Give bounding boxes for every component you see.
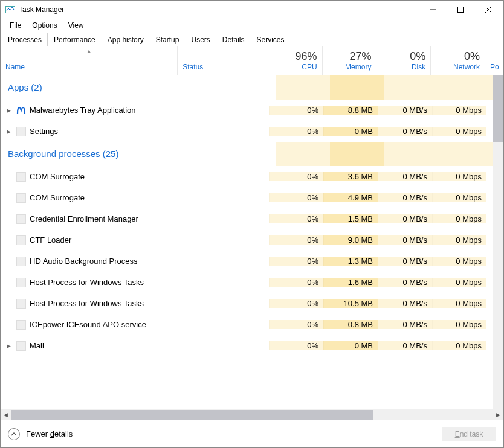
process-name: COM Surrogate <box>30 193 85 202</box>
chevron-up-icon[interactable] <box>8 428 20 440</box>
process-name-cell: COM Surrogate <box>1 193 178 203</box>
memory-cell: 3.6 MB <box>323 172 378 181</box>
process-icon <box>16 278 26 287</box>
cpu-cell: 0% <box>269 193 323 202</box>
horizontal-scrollbar[interactable]: ◀ ▶ <box>1 409 503 420</box>
column-cpu[interactable]: 96% CPU <box>268 46 323 75</box>
disk-cell: 0 MB/s <box>378 341 432 350</box>
table-row[interactable]: ICEpower ICEsound APO service0%0.8 MB0 M… <box>1 314 493 335</box>
tab-performance[interactable]: Performance <box>48 33 102 46</box>
maximize-button[interactable] <box>447 1 474 19</box>
cpu-cell: 0% <box>269 278 323 287</box>
process-name: Host Process for Windows Tasks <box>30 278 144 287</box>
network-cell: 0 Mbps <box>432 127 486 136</box>
hscroll-thumb[interactable] <box>11 410 373 420</box>
vertical-scroll-thumb[interactable] <box>493 75 503 142</box>
column-memory[interactable]: 27% Memory <box>323 46 377 75</box>
table-row[interactable]: Credential Enrollment Manager0%1.5 MB0 M… <box>1 208 493 229</box>
process-name: COM Surrogate <box>30 172 85 181</box>
process-table[interactable]: Apps (2)▶Malwarebytes Tray Application0%… <box>1 75 493 409</box>
disk-cell: 0 MB/s <box>378 106 432 115</box>
process-name-cell: Credential Enrollment Manager <box>1 214 178 224</box>
window-title: Task Manager <box>19 5 419 14</box>
table-row[interactable]: ▶Malwarebytes Tray Application0%8.8 MB0 … <box>1 100 493 121</box>
group-header[interactable]: Apps (2) <box>1 75 493 100</box>
table-row[interactable]: ▶Mail0%0 MB0 MB/s0 Mbps <box>1 335 493 356</box>
chevron-right-icon[interactable]: ▶ <box>7 129 15 135</box>
hscroll-left[interactable]: ◀ <box>1 410 11 420</box>
process-name: ICEpower ICEsound APO service <box>30 320 146 329</box>
tab-processes[interactable]: Processes <box>2 33 48 46</box>
column-disk[interactable]: 0% Disk <box>376 46 431 75</box>
network-cell: 0 Mbps <box>432 235 486 245</box>
chevron-right-icon[interactable]: ▶ <box>7 107 15 114</box>
cpu-cell: 0% <box>269 172 323 181</box>
memory-cell: 0 MB <box>323 341 378 350</box>
group-header[interactable]: Background processes (25) <box>1 142 493 166</box>
column-power[interactable]: Po <box>485 46 503 75</box>
cpu-cell: 0% <box>269 106 323 115</box>
process-name: HD Audio Background Process <box>30 257 137 266</box>
process-icon <box>16 257 26 266</box>
process-name: CTF Loader <box>30 235 71 245</box>
process-icon <box>16 299 26 309</box>
tab-app-history[interactable]: App history <box>102 33 150 46</box>
menu-file[interactable]: File <box>4 20 27 31</box>
vertical-scrollbar[interactable] <box>493 75 503 409</box>
close-button[interactable] <box>474 1 502 19</box>
titlebar: Task Manager <box>1 1 503 19</box>
process-name-cell: COM Surrogate <box>1 172 178 182</box>
process-name-cell: ▶Malwarebytes Tray Application <box>1 106 178 115</box>
svg-rect-2 <box>458 7 464 13</box>
column-name[interactable]: ▲ Name <box>1 46 178 75</box>
minimize-button[interactable] <box>419 1 447 19</box>
disk-cell: 0 MB/s <box>378 278 432 287</box>
tab-details[interactable]: Details <box>216 33 251 46</box>
process-icon <box>16 214 26 224</box>
table-row[interactable]: Host Process for Windows Tasks0%1.6 MB0 … <box>1 272 493 293</box>
disk-cell: 0 MB/s <box>378 320 432 329</box>
tab-users[interactable]: Users <box>185 33 216 46</box>
process-name: Mail <box>30 341 44 350</box>
process-name: Malwarebytes Tray Application <box>30 106 136 115</box>
column-headers: ▲ Name Status 96% CPU 27% Memory 0% Disk… <box>1 46 503 75</box>
process-name: Host Process for Windows Tasks <box>30 299 144 308</box>
tab-services[interactable]: Services <box>251 33 291 46</box>
end-task-button[interactable]: End task <box>442 427 496 441</box>
process-name-cell: Host Process for Windows Tasks <box>1 278 178 287</box>
disk-cell: 0 MB/s <box>378 193 432 202</box>
disk-cell: 0 MB/s <box>378 127 432 136</box>
table-row[interactable]: Host Process for Windows Tasks0%10.5 MB0… <box>1 293 493 314</box>
column-network[interactable]: 0% Network <box>431 46 485 75</box>
menu-view[interactable]: View <box>63 20 89 31</box>
cpu-cell: 0% <box>269 299 323 308</box>
process-icon <box>16 193 26 203</box>
memory-cell: 8.8 MB <box>323 106 378 115</box>
tabstrip: Processes Performance App history Startu… <box>1 32 503 46</box>
network-cell: 0 Mbps <box>432 172 486 181</box>
memory-cell: 9.0 MB <box>323 235 378 245</box>
network-cell: 0 Mbps <box>432 214 486 223</box>
table-row[interactable]: ▶Settings0%0 MB0 MB/s0 Mbps <box>1 121 493 142</box>
disk-cell: 0 MB/s <box>378 235 432 245</box>
svg-rect-0 <box>6 7 15 13</box>
column-status[interactable]: Status <box>178 46 268 75</box>
cpu-cell: 0% <box>269 257 323 266</box>
table-row[interactable]: CTF Loader0%9.0 MB0 MB/s0 Mbps <box>1 229 493 251</box>
disk-cell: 0 MB/s <box>378 172 432 181</box>
fewer-details-link[interactable]: Fewer details <box>26 429 73 438</box>
table-row[interactable]: COM Surrogate0%3.6 MB0 MB/s0 Mbps <box>1 166 493 187</box>
table-row[interactable]: HD Audio Background Process0%1.3 MB0 MB/… <box>1 251 493 272</box>
hscroll-right[interactable]: ▶ <box>493 410 503 420</box>
cpu-cell: 0% <box>269 127 323 136</box>
cpu-cell: 0% <box>269 235 323 245</box>
process-icon <box>16 235 26 245</box>
menu-options[interactable]: Options <box>27 20 62 31</box>
chevron-right-icon[interactable]: ▶ <box>7 343 15 349</box>
tab-startup[interactable]: Startup <box>150 33 186 46</box>
network-cell: 0 Mbps <box>432 320 486 329</box>
table-row[interactable]: COM Surrogate0%4.9 MB0 MB/s0 Mbps <box>1 187 493 208</box>
disk-cell: 0 MB/s <box>378 299 432 308</box>
hscroll-track[interactable] <box>11 410 493 420</box>
task-manager-icon <box>5 5 15 14</box>
